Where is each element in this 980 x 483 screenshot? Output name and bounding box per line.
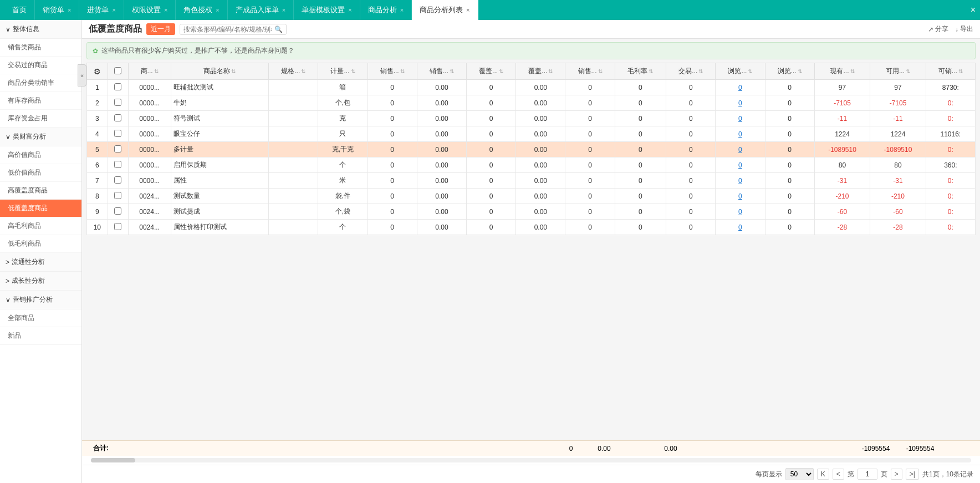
row-checkbox[interactable] (114, 192, 121, 199)
sidebar-item-all-products[interactable]: 全部商品 (0, 309, 81, 327)
col-browse2[interactable]: 浏览...⇅ (765, 63, 814, 80)
nav-tab-sales[interactable]: 销货单 × (35, 0, 79, 20)
sidebar-section-marketing[interactable]: ∨ 营销推广分析 (0, 291, 81, 309)
sidebar-section-wealth[interactable]: ∨ 类财富分析 (0, 128, 81, 146)
col-name[interactable]: 商品名称⇅ (171, 63, 269, 80)
sidebar-item-category-rate[interactable]: 商品分类动销率 (0, 74, 81, 92)
table-row[interactable]: 50000...多计量克,千克00.0000.0000000-1089510-1… (87, 142, 976, 157)
sidebar-item-high-value[interactable]: 高价值商品 (0, 146, 81, 164)
nav-tab-permissions[interactable]: 权限设置 × (124, 0, 176, 20)
col-sellable[interactable]: 可销...⇅ (926, 63, 975, 80)
top-nav: 首页 销货单 × 进货单 × 权限设置 × 角色授权 × 产成品入库单 × 单据… (0, 0, 980, 20)
nav-tab-product-analysis[interactable]: 商品分析 × (360, 0, 412, 20)
page-title: 低覆盖度商品 (89, 23, 142, 35)
nav-tab-home[interactable]: 首页 (4, 0, 35, 20)
nav-tab-template[interactable]: 单据模板设置 × (294, 0, 360, 20)
col-unit[interactable]: 计量...⇅ (318, 63, 368, 80)
sidebar-item-sales-products[interactable]: 销售类商品 (0, 39, 81, 57)
table-row[interactable]: 80024...测试数量袋,件00.0000.0000000-210-2100: (87, 189, 976, 204)
nav-tab-analysis-list[interactable]: 商品分析列表 × (412, 0, 478, 20)
content-header: 低覆盖度商品 近一月 🔍 ↗ 分享 ↓ 导出 (82, 20, 980, 39)
col-gear[interactable]: ⚙ (87, 63, 108, 80)
table-row[interactable]: 90024...测试提成个,袋00.0000.0000000-60-600: (87, 204, 976, 220)
row-checkbox[interactable] (114, 83, 121, 90)
info-banner: ✿ 这些商品只有很少客户购买过，是推广不够，还是商品本身问题？ (86, 42, 976, 59)
col-browse1[interactable]: 浏览...⇅ (716, 63, 765, 80)
row-checkbox[interactable] (114, 161, 121, 168)
sidebar-collapse-button[interactable]: « (78, 64, 86, 87)
col-cover2[interactable]: 覆盖...⇅ (516, 63, 565, 80)
col-current-stock[interactable]: 现有...⇅ (814, 63, 870, 80)
table-row[interactable]: 20000...牛奶个,包00.0000.0000000-7105-71050: (87, 95, 976, 111)
sidebar-item-capital[interactable]: 库存资金占用 (0, 110, 81, 128)
nav-tab-purchase[interactable]: 进货单 × (79, 0, 124, 20)
col-trade[interactable]: 交易...⇅ (666, 63, 716, 80)
row-checkbox[interactable] (114, 176, 121, 184)
col-checkbox[interactable] (108, 63, 128, 80)
table-row[interactable]: 70000...属性米00.0000.0000000-31-310: (87, 173, 976, 189)
col-sales-amt[interactable]: 销售...⇅ (417, 63, 466, 80)
page-label: 第 (848, 470, 854, 479)
col-gross-margin[interactable]: 毛利率⇅ (615, 63, 666, 80)
sidebar-item-low-value[interactable]: 低价值商品 (0, 164, 81, 182)
nav-tab-product-inbound[interactable]: 产成品入库单 × (228, 0, 294, 20)
sidebar-item-low-coverage[interactable]: 低覆盖度商品 (0, 200, 81, 217)
chevron-down-icon: ∨ (6, 26, 11, 33)
table-row[interactable]: 10000...旺辅批次测试箱00.0000.000000097978730: (87, 80, 976, 95)
share-button[interactable]: ↗ 分享 (928, 24, 948, 34)
sidebar-item-high-coverage[interactable]: 高覆盖度商品 (0, 182, 81, 200)
table-row[interactable]: 100024...属性价格打印测试个00.0000.0000000-28-280… (87, 220, 976, 235)
row-checkbox[interactable] (114, 223, 121, 230)
time-filter-button[interactable]: 近一月 (146, 23, 175, 35)
select-all-checkbox[interactable] (114, 67, 121, 74)
prev-page-button[interactable]: < (833, 469, 844, 480)
col-code[interactable]: 商...⇅ (128, 63, 171, 80)
col-sales3[interactable]: 销售...⇅ (565, 63, 615, 80)
sidebar-item-low-margin[interactable]: 低毛利商品 (0, 235, 81, 253)
col-cover1[interactable]: 覆盖...⇅ (467, 63, 516, 80)
sidebar-item-new-products[interactable]: 新品 (0, 327, 81, 345)
current-page-input[interactable] (858, 469, 877, 480)
next-page-button[interactable]: > (891, 469, 902, 480)
col-available[interactable]: 可用...⇅ (870, 63, 926, 80)
close-icon[interactable]: × (112, 7, 115, 13)
close-icon[interactable]: × (68, 7, 71, 13)
sidebar-section-growth[interactable]: > 成长性分析 (0, 272, 81, 291)
last-page-button[interactable]: >| (906, 469, 919, 480)
sidebar-item-high-margin[interactable]: 高毛利商品 (0, 217, 81, 235)
sidebar: ∨ 整体信息 销售类商品 交易过的商品 商品分类动销率 有库存商品 库存资金占用… (0, 20, 82, 483)
sidebar-section-general[interactable]: ∨ 整体信息 (0, 20, 81, 39)
row-checkbox[interactable] (114, 99, 121, 106)
close-icon[interactable]: × (282, 7, 285, 13)
close-icon[interactable]: × (466, 7, 469, 13)
row-checkbox[interactable] (114, 130, 121, 137)
row-checkbox[interactable] (114, 114, 121, 121)
search-input[interactable] (183, 26, 272, 33)
close-icon[interactable]: × (216, 7, 219, 13)
table-row[interactable]: 40000...眼宝公仔只00.0000.0000000122412241101… (87, 126, 976, 142)
table-header-row: ⚙ 商...⇅ 商品名称⇅ 规格...⇅ 计量...⇅ 销售...⇅ 销售...… (87, 63, 976, 80)
search-icon[interactable]: 🔍 (274, 26, 283, 33)
sidebar-item-stocked[interactable]: 有库存商品 (0, 92, 81, 110)
row-checkbox[interactable] (114, 207, 121, 215)
close-icon[interactable]: × (400, 7, 404, 13)
first-page-button[interactable]: K (817, 469, 829, 480)
per-page-select[interactable]: 50 20 100 (785, 468, 814, 480)
col-sales-qty[interactable]: 销售...⇅ (368, 63, 417, 80)
sidebar-item-traded-products[interactable]: 交易过的商品 (0, 57, 81, 74)
data-table: ⚙ 商...⇅ 商品名称⇅ 规格...⇅ 计量...⇅ 销售...⇅ 销售...… (86, 63, 976, 235)
gear-icon[interactable]: ⚙ (94, 67, 101, 76)
table-row[interactable]: 60000...启用保质期个00.0000.00000008080360: (87, 157, 976, 173)
export-button[interactable]: ↓ 导出 (955, 24, 973, 34)
nav-tab-roles[interactable]: 角色授权 × (176, 0, 227, 20)
close-all-button[interactable]: × (971, 5, 976, 15)
close-icon[interactable]: × (348, 7, 351, 13)
total-current-stock: -1095554 (854, 445, 898, 453)
close-icon[interactable]: × (164, 7, 167, 13)
table-row[interactable]: 30000...符号测试克00.0000.0000000-11-110: (87, 111, 976, 126)
chevron-right-icon: > (6, 258, 9, 266)
sidebar-section-liquidity[interactable]: > 流通性分析 (0, 253, 81, 272)
horizontal-scrollbar[interactable] (82, 456, 980, 465)
row-checkbox[interactable] (114, 145, 121, 152)
col-spec[interactable]: 规格...⇅ (269, 63, 318, 80)
